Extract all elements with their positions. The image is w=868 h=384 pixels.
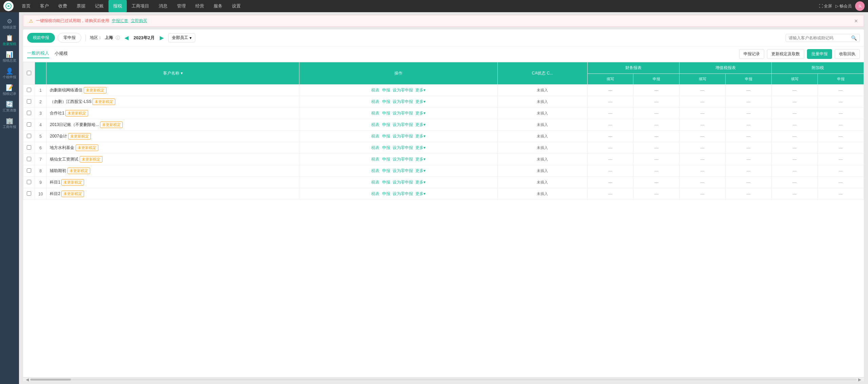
op-link-3[interactable]: 更多▾ — [415, 111, 426, 115]
banner-link-buy[interactable]: 立即购买 — [131, 18, 147, 24]
nav-billing[interactable]: 收费 — [54, 0, 72, 12]
op-link-1[interactable]: 申报 — [382, 145, 390, 150]
row-ca-status: 未插入 — [498, 154, 587, 165]
op-link-0[interactable]: 税表 — [371, 134, 379, 138]
op-link-2[interactable]: 设为零申报 — [393, 134, 413, 138]
op-link-3[interactable]: 更多▾ — [415, 99, 426, 104]
subtab-general[interactable]: 一般的税人 — [27, 50, 49, 58]
op-link-1[interactable]: 申报 — [382, 122, 390, 127]
update-tax-button[interactable]: 更新税定及取数 — [767, 49, 804, 59]
op-link-3[interactable]: 更多▾ — [415, 122, 426, 127]
sidebar-item-tax-overview[interactable]: 📊 报税总览 — [0, 49, 19, 65]
row-operations: 税表 申报 设为零申报 更多▾ — [299, 85, 498, 96]
user-avatar[interactable]: 头 — [855, 1, 865, 11]
member-button[interactable]: ▷ 畅会员 — [835, 3, 852, 9]
nav-settings[interactable]: 设置 — [227, 0, 245, 12]
nav-manage[interactable]: 管理 — [172, 0, 191, 12]
search-input[interactable] — [789, 36, 850, 40]
sidebar-item-annual-report[interactable]: 🏢 工商年报 — [0, 115, 19, 132]
fullscreen-button[interactable]: ⛶ 全屏 — [819, 3, 832, 9]
row-checkbox[interactable] — [27, 88, 31, 92]
date-next-button[interactable]: ▶ — [158, 34, 165, 42]
row-checkbox[interactable] — [27, 145, 31, 150]
op-link-2[interactable]: 设为零申报 — [393, 99, 413, 104]
op-link-1[interactable]: 申报 — [382, 88, 390, 92]
sidebar-item-tax-record[interactable]: 📝 报税记录 — [0, 82, 19, 99]
op-link-2[interactable]: 设为零申报 — [393, 111, 413, 115]
subtab-small-scale[interactable]: 小规模 — [55, 50, 68, 58]
row-checkbox[interactable] — [27, 134, 31, 138]
nav-invoice[interactable]: 票据 — [72, 0, 90, 12]
op-link-1[interactable]: 申报 — [382, 180, 390, 185]
row-checkbox[interactable] — [27, 99, 31, 104]
sidebar-item-settlement[interactable]: 🔄 汇算清缴 — [0, 99, 19, 115]
op-link-2[interactable]: 设为零申报 — [393, 191, 413, 196]
row-addtax-fill: — — [772, 154, 818, 165]
op-link-0[interactable]: 税表 — [371, 122, 379, 127]
row-checkbox[interactable] — [27, 191, 31, 196]
scroll-right-button[interactable]: ▶ — [857, 377, 863, 382]
scroll-left-button[interactable]: ◀ — [24, 377, 30, 382]
op-link-2[interactable]: 设为零申报 — [393, 88, 413, 92]
sidebar-item-personal-tax[interactable]: 👤 个税申报 — [0, 65, 19, 82]
op-link-3[interactable]: 更多▾ — [415, 145, 426, 150]
op-link-0[interactable]: 税表 — [371, 111, 379, 115]
nav-tax[interactable]: 报税 — [108, 0, 127, 12]
row-num: 4 — [35, 119, 46, 131]
scroll-thumb[interactable] — [30, 379, 71, 381]
nav-operation[interactable]: 经营 — [191, 0, 209, 12]
sort-icon[interactable]: ▾ — [181, 71, 183, 76]
op-link-0[interactable]: 税表 — [371, 191, 379, 196]
row-checkbox-cell — [23, 177, 35, 188]
tax-declaration-tab[interactable]: 税款申报 — [27, 33, 55, 43]
op-link-3[interactable]: 更多▾ — [415, 157, 426, 162]
banner-link-record[interactable]: 申报汇签 — [112, 18, 128, 24]
op-link-2[interactable]: 设为零申报 — [393, 145, 413, 150]
op-link-0[interactable]: 税表 — [371, 145, 379, 150]
row-checkbox[interactable] — [27, 111, 31, 115]
op-link-2[interactable]: 设为零申报 — [393, 122, 413, 127]
op-link-0[interactable]: 税表 — [371, 180, 379, 185]
nav-home[interactable]: 首页 — [17, 0, 35, 12]
op-link-1[interactable]: 申报 — [382, 99, 390, 104]
search-icon[interactable]: 🔍 — [851, 35, 857, 41]
op-link-3[interactable]: 更多▾ — [415, 88, 426, 92]
row-checkbox[interactable] — [27, 180, 31, 184]
op-link-3[interactable]: 更多▾ — [415, 180, 426, 185]
op-link-0[interactable]: 税表 — [371, 88, 379, 92]
staff-selector[interactable]: 全部员工 ▾ — [168, 33, 195, 42]
op-link-1[interactable]: 申报 — [382, 157, 390, 162]
nav-business[interactable]: 工商项目 — [127, 0, 154, 12]
row-checkbox-cell — [23, 154, 35, 165]
op-link-1[interactable]: 申报 — [382, 191, 390, 196]
nav-bookkeeping[interactable]: 记账 — [90, 0, 108, 12]
nav-message[interactable]: 消息 — [154, 0, 172, 12]
op-link-0[interactable]: 税表 — [371, 99, 379, 104]
op-link-2[interactable]: 设为零申报 — [393, 168, 413, 173]
date-prev-button[interactable]: ◀ — [123, 34, 130, 42]
row-checkbox[interactable] — [27, 157, 31, 161]
batch-declare-button[interactable]: 批量申报 — [807, 49, 832, 59]
op-link-2[interactable]: 设为零申报 — [393, 157, 413, 162]
row-checkbox[interactable] — [27, 168, 31, 173]
op-link-3[interactable]: 更多▾ — [415, 168, 426, 173]
op-link-0[interactable]: 税表 — [371, 157, 379, 162]
sidebar-item-tax-settings[interactable]: ⚙ 报税设置 — [0, 16, 19, 32]
select-all-checkbox[interactable] — [27, 71, 31, 75]
op-link-1[interactable]: 申报 — [382, 168, 390, 173]
sidebar-item-batch-tax[interactable]: 📋 批量报税 — [0, 32, 19, 49]
op-link-2[interactable]: 设为零申报 — [393, 180, 413, 185]
op-link-3[interactable]: 更多▾ — [415, 191, 426, 196]
nav-customer[interactable]: 客户 — [35, 0, 54, 12]
region-info-icon[interactable]: ⓘ — [116, 35, 120, 41]
revoke-button[interactable]: 收取回执 — [835, 49, 860, 59]
zero-declaration-tab[interactable]: 零申报 — [58, 33, 81, 43]
declaration-record-button[interactable]: 申报记录 — [739, 49, 764, 59]
op-link-3[interactable]: 更多▾ — [415, 134, 426, 138]
op-link-0[interactable]: 税表 — [371, 168, 379, 173]
op-link-1[interactable]: 申报 — [382, 111, 390, 115]
row-checkbox[interactable] — [27, 122, 31, 127]
nav-service[interactable]: 服务 — [209, 0, 227, 12]
op-link-1[interactable]: 申报 — [382, 134, 390, 138]
banner-close-button[interactable]: ✕ — [854, 18, 858, 24]
